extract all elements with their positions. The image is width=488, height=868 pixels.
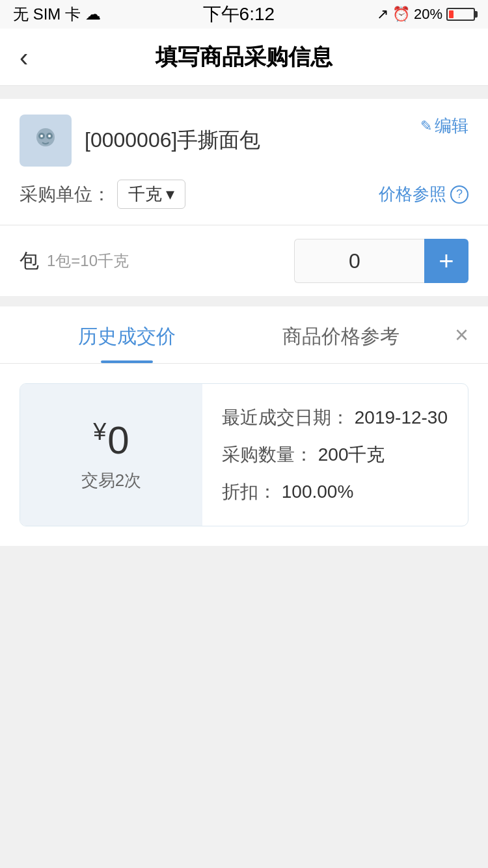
close-tab-button[interactable]: × (455, 308, 468, 362)
status-right: ↗ ⏰ 20% (377, 6, 475, 23)
product-card: [0000006]手撕面包 ✎ 编辑 采购单位： 千克 ▾ 价格参照 ? (0, 99, 488, 224)
tab-content-history: ¥0 交易2次 最近成交日期： 2019-12-30 采购数量： 200千克 折… (0, 364, 488, 546)
bottom-area (0, 546, 488, 868)
history-price-details: 最近成交日期： 2019-12-30 采购数量： 200千克 折扣： 100.0… (202, 384, 468, 526)
nav-bar: ‹ 填写商品采购信息 (0, 29, 488, 86)
svg-point-3 (40, 135, 43, 137)
back-button[interactable]: ‹ (20, 44, 28, 70)
purchase-qty-row: 采购数量： 200千克 (222, 442, 448, 467)
status-time: 下午6:12 (203, 2, 275, 27)
unit-dropdown[interactable]: 千克 ▾ (117, 180, 185, 209)
page-title: 填写商品采购信息 (156, 42, 332, 72)
tabs-container: 历史成交价 商品价格参考 × ¥0 交易2次 最近成交日期： 2019-12-3… (0, 306, 488, 546)
quantity-input[interactable] (294, 239, 424, 283)
svg-point-4 (48, 135, 51, 137)
sim-status: 无 SIM 卡 ☁ (13, 4, 101, 25)
history-trades-count: 交易2次 (81, 469, 141, 492)
discount-row: 折扣： 100.00% (222, 479, 448, 504)
recent-date-row: 最近成交日期： 2019-12-30 (222, 405, 448, 430)
status-left: 无 SIM 卡 ☁ (13, 4, 101, 25)
help-icon: ? (450, 185, 468, 204)
tab-history-price[interactable]: 历史成交价 (20, 306, 234, 363)
unit-selector-area: 采购单位： 千克 ▾ (20, 180, 185, 209)
product-thumbnail (20, 115, 72, 167)
battery-percent: 20% (414, 6, 442, 23)
alarm-icon: ⏰ (392, 6, 410, 23)
history-price-value: ¥0 (93, 418, 129, 463)
quantity-input-area: + (294, 239, 468, 283)
quantity-section: 包 1包=10千克 + (0, 226, 488, 296)
unit-detail: 1包=10千克 (47, 251, 129, 271)
location-icon: ↗ (377, 6, 388, 23)
tab-product-price-reference[interactable]: 商品价格参考 (234, 306, 448, 363)
unit-label: 采购单位： (20, 182, 111, 207)
quantity-unit-info: 包 1包=10千克 (20, 248, 129, 275)
product-left: [0000006]手撕面包 (20, 115, 260, 167)
history-price-summary: ¥0 交易2次 (20, 384, 202, 526)
product-name: [0000006]手撕面包 (85, 126, 260, 155)
product-unit-row: 采购单位： 千克 ▾ 价格参照 ? (20, 180, 468, 209)
product-header: [0000006]手撕面包 ✎ 编辑 (20, 115, 468, 167)
battery-icon (446, 8, 475, 21)
unit-tag: 包 (20, 248, 39, 275)
quantity-plus-button[interactable]: + (424, 239, 468, 283)
edit-button[interactable]: ✎ 编辑 (420, 115, 468, 137)
history-price-card: ¥0 交易2次 最近成交日期： 2019-12-30 采购数量： 200千克 折… (20, 383, 468, 526)
tabs-header: 历史成交价 商品价格参考 × (0, 306, 488, 364)
chevron-down-icon: ▾ (166, 184, 174, 204)
price-reference-button[interactable]: 价格参照 ? (379, 183, 468, 206)
status-bar: 无 SIM 卡 ☁ 下午6:12 ↗ ⏰ 20% (0, 0, 488, 29)
edit-icon: ✎ (420, 118, 432, 135)
